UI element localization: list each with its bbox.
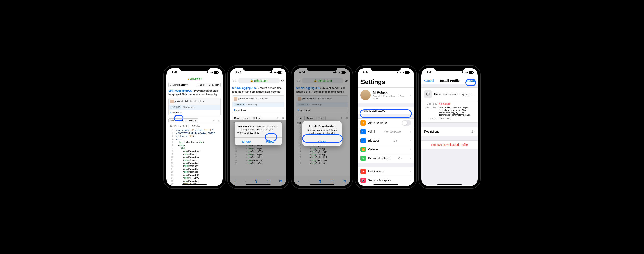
phone-3: 9:44LTE AA🔒 github.com⟳ Siri-NoLoggingPL… [291, 66, 353, 188]
bluetooth-icon: ᛒ [360, 138, 366, 143]
phone-2: 9:44LTE AA 🔒 github.com ⟳ Siri-NoLogging… [228, 66, 289, 188]
notifications-icon: ▣ [360, 169, 366, 174]
phone-4: 9:44LTE Settings M PotuckApple ID, iClou… [355, 66, 416, 188]
history-button[interactable]: History [187, 118, 198, 123]
profile-downloaded-alert: Profile DownloadedReview the profile in … [302, 121, 342, 146]
wifi-icon: ᯤ [360, 129, 366, 134]
code-view: 1<?xml version="1.0" encoding="UTF-8"?>2… [168, 129, 221, 186]
download-alert: This website is trying to download a con… [234, 122, 282, 145]
install-button[interactable]: Install [466, 79, 475, 82]
profile-name: Prevent server-side logging of Si… [434, 93, 475, 96]
trash-icon[interactable]: 🗑 [218, 119, 221, 122]
cellular-row[interactable]: 📶Cellular› [358, 145, 414, 154]
wifi-row[interactable]: ᯤWi-FiNot Connected› [358, 127, 414, 136]
ignore-button[interactable]: Ignore [234, 138, 258, 145]
safari-address-bar[interactable]: AA 🔒 github.com ⟳ [230, 77, 286, 85]
blame-button[interactable]: Blame [177, 118, 187, 123]
phone-5: 9:44LTE Cancel Install Profile Install ⚙… [419, 66, 480, 188]
commit-hash[interactable]: c99db33 [170, 106, 181, 109]
edit-icon[interactable]: ✎ [213, 119, 215, 122]
find-file-button[interactable]: Find file [196, 83, 207, 87]
refresh-icon[interactable]: ⟳ [281, 79, 284, 83]
restrictions-row[interactable]: Restrictions 1 › [421, 127, 478, 136]
dnd-row[interactable]: ☾Do Not Disturb› [358, 185, 414, 186]
breadcrumb[interactable]: Siri-NoLoggingPLS / Prevent server-side … [168, 89, 221, 96]
apple-id-row[interactable]: M PotuckApple ID, iCloud, iTunes & App S… [358, 88, 414, 103]
sounds-row[interactable]: 🔊Sounds & Haptics› [358, 176, 414, 185]
airplane-icon: ✈ [360, 120, 366, 126]
url-bar[interactable]: github.com [166, 77, 223, 82]
profile-downloaded-row[interactable]: Profile Downloaded› [358, 107, 414, 114]
hotspot-row[interactable]: ⦾Personal HotspotOn› [358, 154, 414, 163]
text-size-icon[interactable]: AA [232, 79, 237, 83]
cellular-icon: 📶 [360, 147, 366, 152]
time: 9:43 [172, 71, 178, 74]
avatar [360, 90, 370, 100]
gear-icon: ⚙ [424, 90, 432, 98]
copy-path-button[interactable]: Copy path [207, 83, 221, 87]
branch-picker[interactable]: Branch: master ▾ [168, 83, 190, 87]
remove-profile-button[interactable]: Remove Downloaded Profile [421, 140, 478, 149]
airplane-toggle[interactable] [402, 120, 411, 126]
nav-title: Install Profile [440, 79, 460, 82]
bluetooth-row[interactable]: ᛒBluetoothOn› [358, 136, 414, 145]
raw-button[interactable]: Raw [168, 118, 177, 123]
allow-button[interactable]: Allow [258, 138, 282, 145]
airplane-mode-row[interactable]: ✈Airplane Mode [358, 119, 414, 127]
close-button[interactable]: Close [302, 138, 342, 146]
avatar [170, 100, 174, 103]
page-title: Settings [358, 77, 414, 88]
sounds-icon: 🔊 [360, 178, 366, 183]
notifications-row[interactable]: ▣Notifications› [358, 167, 414, 176]
phone-1: 9:43 LTE github.com Branch: master ▾ Fin… [164, 66, 225, 188]
cancel-button[interactable]: Cancel [424, 79, 434, 82]
hotspot-icon: ⦾ [360, 156, 366, 161]
